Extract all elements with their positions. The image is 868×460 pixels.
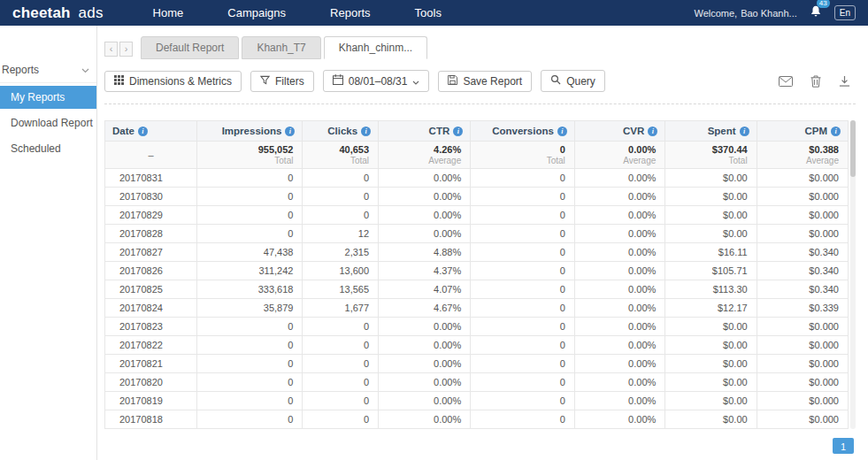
value-cell: 0 (471, 318, 575, 336)
column-header-clicks[interactable]: Clicksi (303, 121, 379, 142)
column-header-ctr[interactable]: CTRi (379, 121, 471, 142)
username[interactable]: Bao Khanh... (741, 8, 797, 19)
report-table-wrap: DateiImpressionsiClicksiCTRiConversionsi… (104, 120, 849, 429)
value-cell: $105.71 (665, 262, 757, 280)
column-header-date[interactable]: Datei (105, 121, 197, 142)
info-icon[interactable]: i (453, 126, 463, 136)
value-cell: 0 (197, 392, 303, 410)
date-range-button[interactable]: 08/01–08/31 (323, 70, 430, 92)
value-cell: $12.17 (665, 299, 757, 318)
value-cell: 0 (197, 206, 303, 225)
value-cell: 0 (303, 169, 379, 188)
pagination: 1 (833, 438, 854, 454)
tab-khanh-t7[interactable]: Khanh_T7 (242, 36, 320, 59)
column-header-impressions[interactable]: Impressionsi (197, 121, 303, 142)
sidebar-item-scheduled[interactable]: Scheduled (0, 137, 96, 160)
info-icon[interactable]: i (138, 126, 148, 136)
value-cell: $0.00 (665, 392, 757, 410)
value-cell: 0.00% (379, 410, 471, 429)
summary-sublabel: Total (674, 156, 747, 165)
column-label: Clicks (327, 126, 357, 136)
scrollbar-thumb[interactable] (850, 120, 856, 177)
tab-next-button[interactable]: › (119, 42, 133, 57)
nav-item-home[interactable]: Home (153, 6, 184, 19)
value-cell: 13,565 (303, 280, 379, 299)
value-cell: 0 (197, 225, 303, 243)
sidebar-item-my-reports[interactable]: My Reports (0, 86, 96, 109)
info-icon[interactable]: i (361, 126, 371, 136)
summary-cell: 0Total (471, 142, 575, 169)
column-header-cvr[interactable]: CVRi (574, 121, 664, 142)
value-cell: 47,438 (197, 243, 303, 262)
filters-button[interactable]: Filters (250, 71, 314, 92)
column-label: CPM (804, 126, 827, 136)
report-table: DateiImpressionsiClicksiCTRiConversionsi… (104, 120, 849, 429)
value-cell: 0.00% (574, 262, 664, 280)
value-cell: 0.00% (379, 336, 471, 355)
table-header-row: DateiImpressionsiClicksiCTRiConversionsi… (105, 121, 849, 142)
summary-cell: 40,653Total (303, 142, 379, 169)
value-cell: 0 (471, 410, 575, 429)
value-cell: 0 (471, 392, 575, 410)
info-icon[interactable]: i (831, 126, 841, 136)
download-icon[interactable] (839, 75, 850, 87)
save-report-button[interactable]: Save Report (438, 71, 532, 92)
language-button[interactable]: En (834, 5, 856, 20)
sidebar-section-reports[interactable]: Reports (0, 59, 96, 83)
toolbar-right-icons (779, 75, 856, 88)
save-icon (448, 75, 457, 88)
value-cell: 0 (197, 410, 303, 429)
info-icon[interactable]: i (557, 126, 567, 136)
navbar-right: Welcome, Bao Khanh... 43 En (694, 4, 856, 21)
table-row: 20170819000.00%00.00%$0.00$0.000 (105, 392, 849, 410)
email-icon[interactable] (779, 76, 793, 87)
sidebar-item-download-report[interactable]: Download Report (0, 111, 96, 134)
value-cell: 0 (471, 299, 575, 318)
value-cell: $0.000 (757, 206, 848, 225)
value-cell: 0.00% (574, 225, 664, 243)
nav-item-tools[interactable]: Tools (415, 6, 442, 19)
filters-label: Filters (275, 75, 304, 88)
date-cell: 20170822 (105, 336, 197, 355)
value-cell: 4.88% (379, 243, 471, 262)
query-button[interactable]: Query (541, 70, 605, 92)
value-cell: $0.00 (665, 373, 757, 392)
value-cell: 0 (197, 373, 303, 392)
summary-date-cell: – (105, 142, 197, 169)
value-cell: 0 (471, 169, 575, 188)
nav-item-reports[interactable]: Reports (330, 6, 371, 19)
column-header-spent[interactable]: Spenti (665, 121, 757, 142)
table-row: 20170826311,24213,6004.37%00.00%$105.71$… (105, 262, 849, 280)
value-cell: 0 (471, 225, 575, 243)
value-cell: 1,677 (303, 299, 379, 318)
value-cell: 2,315 (303, 243, 379, 262)
value-cell: 0 (303, 392, 379, 410)
notifications-button[interactable]: 43 (810, 4, 822, 21)
brand-logo[interactable]: cheetah ads (12, 4, 104, 22)
dimensions-metrics-button[interactable]: Dimensions & Metrics (104, 71, 242, 92)
summary-cell: $370.44Total (665, 142, 757, 169)
info-icon[interactable]: i (648, 126, 657, 136)
table-scrollbar[interactable] (850, 120, 856, 429)
tab-prev-button[interactable]: ‹ (104, 42, 118, 57)
value-cell: 0 (471, 243, 575, 262)
info-icon[interactable]: i (740, 126, 749, 136)
tab-khanh-chinm[interactable]: Khanh_chinm... (324, 36, 427, 59)
column-header-cpm[interactable]: CPMi (757, 121, 848, 142)
date-cell: 20170827 (105, 243, 197, 262)
value-cell: 0.00% (574, 299, 664, 318)
value-cell: 0 (471, 355, 575, 373)
date-cell: 20170828 (105, 225, 197, 243)
info-icon[interactable]: i (285, 126, 295, 136)
column-header-conversions[interactable]: Conversionsi (471, 121, 575, 142)
trash-icon[interactable] (810, 75, 821, 88)
nav-item-campaigns[interactable]: Campaigns (227, 6, 286, 19)
column-label: Impressions (222, 126, 282, 136)
chevron-down-icon (412, 75, 419, 88)
value-cell: $0.00 (665, 206, 757, 225)
brand-primary: cheetah (12, 4, 71, 21)
tab-default-report[interactable]: Default Report (141, 36, 239, 59)
notification-badge: 43 (817, 0, 830, 8)
value-cell: $0.000 (757, 318, 848, 336)
page-1-button[interactable]: 1 (833, 438, 854, 454)
